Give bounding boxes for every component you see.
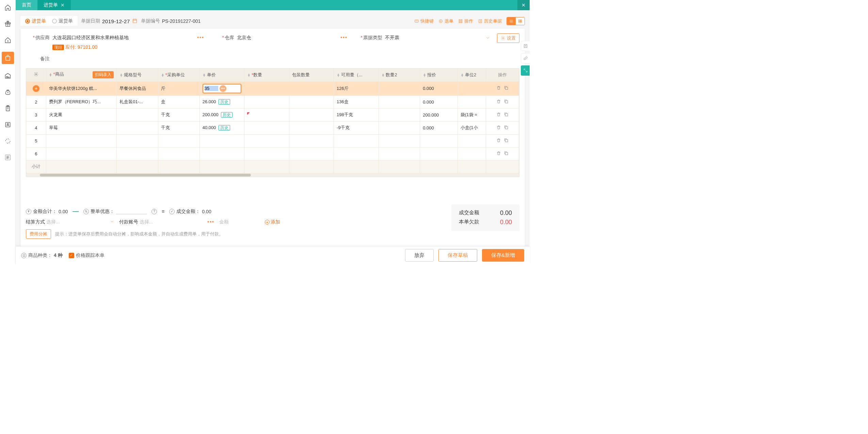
deal-amount: ✓成交金额：0.00 [169,208,211,215]
doc-date[interactable]: 单据日期 2019-12-27 [81,18,138,25]
nav-warehouse-icon[interactable] [3,71,13,80]
col-spec[interactable]: ▲▼规格型号 [117,68,158,81]
items-table: ▲▼*商品扫码录入 ▲▼规格型号 ▲▼*采购单位 ▲▼单价 ▲▼*数量 包装数量… [26,68,519,177]
history-badge[interactable]: 历史 [219,99,230,105]
table-row[interactable]: +华美华夫软饼1200g 糕...早餐休闲食品斤•••126斤0.000 [26,81,519,95]
order-type-tabs: 进货单 退货单 [20,16,78,26]
fee-allocate-button[interactable]: 费用分摊 [26,229,51,239]
history-button[interactable]: 历史单据 [478,18,502,24]
chevron-down-icon[interactable] [485,35,490,41]
delete-row-icon[interactable] [496,113,501,118]
table-row[interactable]: 5 [26,134,519,147]
nav-new-icon[interactable]: 新 [3,153,13,162]
due-amount: 应付: 97101.00 [65,44,97,50]
help-icon[interactable]: ? [151,209,157,214]
remark-label: 备注 [26,55,50,64]
nav-sync-icon[interactable] [3,136,13,146]
invoice-picker[interactable]: 不开票 [385,33,491,43]
close-icon[interactable]: ✕ [61,2,65,8]
tab-purchase-order[interactable]: 进货单 ✕ [37,0,71,10]
col-packqty[interactable]: 包装数量 [289,68,334,81]
table-row[interactable]: 6 [26,147,519,160]
app-close-button[interactable]: ✕ [517,0,530,10]
operations-button[interactable]: 操作 [458,18,473,24]
gear-icon[interactable] [26,68,46,81]
svg-rect-14 [461,21,462,22]
svg-point-21 [35,74,37,75]
table-row[interactable]: 4草莓千克40.000 历史-9千克0.000小盒(1小 [26,121,519,134]
pay-account-select[interactable]: 选择... [140,219,153,224]
nav-contacts-icon[interactable] [3,120,13,129]
chevron-down-icon[interactable] [110,219,114,225]
add-row-icon[interactable]: + [33,85,39,92]
copy-row-icon[interactable] [504,86,509,91]
svg-rect-19 [520,21,522,23]
pay-amount-input[interactable]: 金额 [219,219,260,225]
tab-return[interactable]: 退货单 [52,18,73,24]
delete-row-icon[interactable] [496,126,501,131]
cash-badge: 现结 [52,45,64,50]
copy-row-icon[interactable] [504,100,509,105]
delete-row-icon[interactable] [496,152,501,157]
col-price[interactable]: ▲▼单价 [199,68,244,81]
col-avail[interactable]: ▲▼可用量（... [334,68,379,81]
price-input-wrap[interactable]: ••• [203,84,241,93]
nav-money-home-icon[interactable]: $ [3,35,13,45]
price-track-checkbox[interactable]: ✓价格跟踪本单 [69,252,105,259]
nav-moneybag-icon[interactable]: ¥ [3,87,13,97]
col-qty[interactable]: ▲▼*数量 [244,68,289,81]
settings-button[interactable]: 设置 [497,33,519,43]
history-badge[interactable]: 历史 [219,125,230,130]
col-product[interactable]: ▲▼*商品扫码录入 [46,68,117,81]
save-draft-button[interactable]: 保存草稿 [438,249,477,262]
warehouse-label: *仓库 [210,33,234,43]
more-icon[interactable]: ••• [197,35,204,40]
remark-input[interactable] [52,55,519,64]
copy-row-icon[interactable] [504,139,509,144]
view-list-icon[interactable] [507,17,516,25]
svg-rect-16 [518,20,520,21]
horizontal-scrollbar[interactable] [26,173,519,177]
delete-row-icon[interactable] [496,86,501,91]
nav-bag-icon[interactable] [2,52,14,64]
col-qty2[interactable]: ▲▼数量2 [379,68,420,81]
discount-input[interactable] [116,209,147,214]
tab-home[interactable]: 首页 [16,0,37,10]
calendar-icon[interactable] [132,18,138,25]
table-row[interactable]: 2费列罗（FERRERO）巧...礼盒装01-...盒26.000 历史136盒… [26,95,519,108]
copy-row-icon[interactable] [504,152,509,157]
tab-purchase[interactable]: 进货单 [25,18,46,24]
copy-row-icon[interactable] [504,113,509,118]
view-grid-icon[interactable] [516,17,525,25]
delete-row-icon[interactable] [496,139,501,144]
save-new-button[interactable]: 保存&新增 [482,249,524,262]
equals-icon: = [162,209,164,214]
nav-clipboard-icon[interactable] [3,104,13,113]
col-unit2[interactable]: ▲▼单位2 [457,68,486,81]
more-icon[interactable]: ••• [207,219,214,224]
col-unit[interactable]: ▲▼*采购单位 [158,68,199,81]
more-icon[interactable]: ••• [340,35,348,40]
copy-row-icon[interactable] [504,126,509,131]
pick-order-button[interactable]: 选单 [438,18,453,24]
history-badge[interactable]: 历史 [221,112,232,118]
nav-home-icon[interactable] [3,3,13,12]
svg-rect-13 [459,21,460,22]
abandon-button[interactable]: 放弃 [405,249,434,262]
summary-box: 成交金额0.00 本单欠款0.00 [451,204,519,231]
rail-link-icon[interactable] [521,53,530,63]
table-row[interactable]: 3火龙果千克200.000 历史◤198千克200.000袋(1袋 ≈ [26,108,519,121]
add-payment-button[interactable]: +添加 [265,219,280,225]
nav-gift-icon[interactable] [3,19,13,29]
warehouse-picker[interactable]: 北京仓 ••• [237,33,348,43]
price-input[interactable] [205,86,218,91]
pay-method-select[interactable]: 选择... [46,219,60,224]
supplier-picker[interactable]: 大连花园口经济区景和水果种植基地 ••• [52,33,204,43]
rail-note-icon[interactable] [521,41,530,51]
delete-row-icon[interactable] [496,100,501,105]
scan-button[interactable]: 扫码录入 [93,71,114,78]
rail-expand-icon[interactable] [521,65,530,76]
price-more-icon[interactable]: ••• [220,85,226,92]
col-quote[interactable]: ▲▼报价 [420,68,458,81]
shortcut-button[interactable]: 快捷键 [414,18,434,24]
